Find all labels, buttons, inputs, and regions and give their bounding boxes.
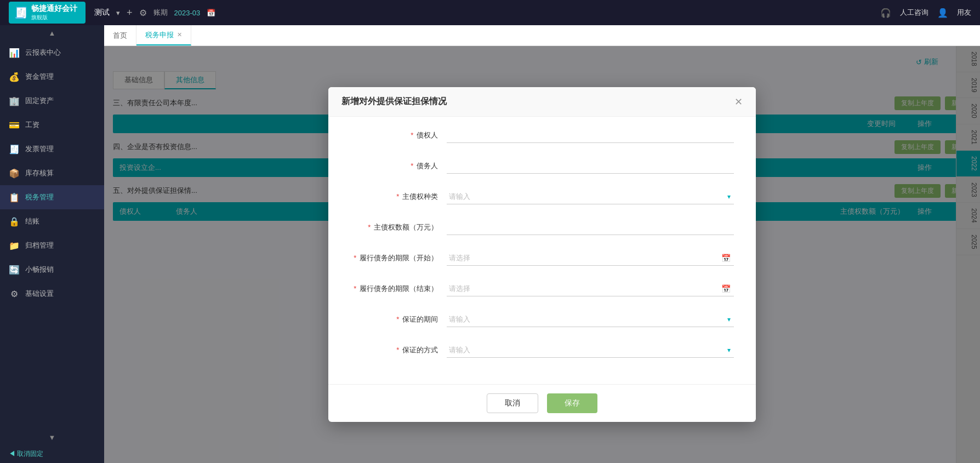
- sidebar-item-tax-mgmt[interactable]: 📋 税务管理: [0, 185, 104, 209]
- tab-tax-report[interactable]: 税务申报 ✕: [136, 25, 191, 45]
- sidebar-item-label-xiao-chang: 小畅报销: [25, 265, 54, 275]
- sidebar-item-label-invoice-mgmt: 发票管理: [25, 144, 54, 154]
- period-start-required-mark: *: [354, 254, 356, 262]
- guarantee-method-select[interactable]: 请输入: [447, 342, 734, 357]
- period-end-date-wrap: 📅: [447, 281, 734, 296]
- debtor-label: * 债务人: [350, 161, 438, 171]
- sidebar-item-fixed-assets[interactable]: 🏢 固定资产: [0, 89, 104, 113]
- inventory-icon: 📦: [9, 168, 20, 179]
- tab-home[interactable]: 首页: [104, 25, 136, 45]
- period-calendar-icon[interactable]: 📅: [207, 9, 215, 17]
- period-start-label: * 履行债务的期限（开始）: [350, 253, 438, 263]
- sidebar-item-label-inventory: 库存核算: [25, 168, 54, 178]
- sidebar-item-archive-mgmt[interactable]: 📁 归档管理: [0, 233, 104, 258]
- guarantee-method-required-mark: *: [396, 346, 399, 354]
- period-value: 2023-03: [174, 9, 201, 17]
- claim-amount-required-mark: *: [368, 223, 371, 231]
- main-content: 首页 税务申报 ✕ ↺ 刷新 基础: [104, 25, 980, 463]
- xiao-chang-icon: 🔄: [9, 264, 20, 275]
- topbar-actions: 🎧 人工咨询 👤 用友: [880, 8, 971, 18]
- sidebar-item-label-closing: 结账: [25, 216, 39, 226]
- sidebar-unpin-btn[interactable]: ◀ 取消固定: [0, 445, 104, 463]
- sidebar-item-label-tax-mgmt: 税务管理: [25, 192, 54, 202]
- fixed-assets-icon: 🏢: [9, 95, 20, 106]
- sidebar-item-closing[interactable]: 🔒 结账: [0, 209, 104, 233]
- creditor-label-text: 债权人: [417, 131, 438, 139]
- claim-amount-label-text: 主债权数额（万元）: [374, 223, 438, 231]
- sidebar-scroll-up[interactable]: ▲: [0, 25, 104, 41]
- sidebar-item-inventory[interactable]: 📦 库存核算: [0, 161, 104, 185]
- add-icon[interactable]: +: [127, 7, 133, 19]
- sidebar-item-xiao-chang[interactable]: 🔄 小畅报销: [0, 258, 104, 282]
- company-chevron-icon[interactable]: ▾: [116, 9, 120, 17]
- company-name: 测试: [94, 8, 110, 18]
- guarantee-method-label: * 保证的方式: [350, 345, 438, 355]
- sidebar-item-fund-mgmt[interactable]: 💰 资金管理: [0, 65, 104, 89]
- debtor-input[interactable]: [447, 158, 734, 174]
- period-start-date-wrap: 📅: [447, 250, 734, 266]
- period-end-label-text: 履行债务的期限（结束）: [360, 284, 438, 293]
- human-service-label[interactable]: 人工咨询: [900, 8, 928, 18]
- logo-text: 畅捷通好会计: [31, 4, 77, 14]
- guarantee-period-select-wrap: 请输入 ▾: [447, 312, 734, 327]
- page-inner: ↺ 刷新 基础信息 其他信息 三、有限责任公司本年度...: [104, 46, 980, 463]
- claim-type-label: * 主债权种类: [350, 192, 438, 202]
- dialog-body: * 债权人 * 债务人: [328, 117, 756, 384]
- creditor-label: * 债权人: [350, 130, 438, 140]
- claim-type-required-mark: *: [396, 192, 399, 201]
- closing-icon: 🔒: [9, 216, 20, 227]
- debtor-required-mark: *: [411, 162, 413, 170]
- sidebar-scroll-down[interactable]: ▼: [0, 430, 104, 445]
- form-row-creditor: * 债权人: [350, 128, 734, 143]
- creditor-required-mark: *: [411, 131, 413, 139]
- form-row-period-start: * 履行债务的期限（开始） 📅: [350, 250, 734, 266]
- dialog-close-button[interactable]: ✕: [734, 97, 743, 107]
- sidebar-item-invoice-mgmt[interactable]: 🧾 发票管理: [0, 137, 104, 161]
- form-row-guarantee-period: * 保证的期间 请输入 ▾: [350, 312, 734, 327]
- guarantee-period-required-mark: *: [396, 315, 399, 323]
- sidebar-item-payroll[interactable]: 💳 工资: [0, 113, 104, 137]
- period-start-input[interactable]: [447, 250, 734, 265]
- settings-icon[interactable]: ⚙: [139, 8, 147, 18]
- logo-sub: 旗舰版: [31, 14, 77, 21]
- claim-type-label-text: 主债权种类: [402, 192, 438, 201]
- tab-close-icon[interactable]: ✕: [177, 31, 182, 38]
- creditor-input[interactable]: [447, 128, 734, 143]
- basic-settings-icon: ⚙: [9, 288, 20, 299]
- sidebar-item-label-cloud-report: 云报表中心: [25, 48, 61, 58]
- payroll-icon: 💳: [9, 119, 20, 130]
- claim-type-select-wrap: 请输入 ▾: [447, 189, 734, 204]
- cancel-button[interactable]: 取消: [487, 393, 538, 413]
- guarantee-period-label-text: 保证的期间: [402, 315, 438, 323]
- guarantee-method-label-text: 保证的方式: [402, 346, 438, 354]
- sidebar-item-label-basic-settings: 基础设置: [25, 289, 54, 299]
- overlay-backdrop: 新增对外提供保证担保情况 ✕ * 债权人: [104, 46, 980, 463]
- claim-type-select[interactable]: 请输入: [447, 189, 734, 204]
- guarantee-method-select-wrap: 请输入 ▾: [447, 342, 734, 358]
- form-row-claim-type: * 主债权种类 请输入 ▾: [350, 189, 734, 204]
- claim-amount-input[interactable]: [447, 220, 734, 235]
- tab-home-label: 首页: [113, 31, 127, 41]
- guarantee-period-label: * 保证的期间: [350, 315, 438, 324]
- debtor-input-wrap: [447, 158, 734, 174]
- dialog: 新增对外提供保证担保情况 ✕ * 债权人: [328, 87, 756, 422]
- archive-mgmt-icon: 📁: [9, 240, 20, 251]
- form-row-guarantee-method: * 保证的方式 请输入 ▾: [350, 342, 734, 358]
- guarantee-period-select[interactable]: 请输入: [447, 312, 734, 327]
- topbar-center: 测试 ▾ + ⚙ 账期 2023-03 📅: [94, 7, 871, 19]
- sidebar-item-cloud-report[interactable]: 📊 云报表中心: [0, 41, 104, 65]
- tabbar: 首页 税务申报 ✕: [104, 25, 980, 46]
- sidebar-item-label-fixed-assets: 固定资产: [25, 96, 54, 106]
- fund-mgmt-icon: 💰: [9, 71, 20, 82]
- user-label[interactable]: 用友: [957, 8, 971, 18]
- form-row-claim-amount: * 主债权数额（万元）: [350, 220, 734, 235]
- claim-amount-label: * 主债权数额（万元）: [350, 222, 438, 232]
- sidebar-item-label-fund-mgmt: 资金管理: [25, 72, 54, 82]
- main-layout: ▲ 📊 云报表中心 💰 资金管理 🏢 固定资产 💳 工资 🧾 发票管理: [0, 25, 980, 463]
- form-row-period-end: * 履行债务的期限（结束） 📅: [350, 281, 734, 296]
- period-end-input[interactable]: [447, 281, 734, 296]
- period-label: 账期: [153, 8, 168, 18]
- save-button[interactable]: 保存: [547, 393, 597, 413]
- sidebar-item-basic-settings[interactable]: ⚙ 基础设置: [0, 282, 104, 306]
- period-start-label-text: 履行债务的期限（开始）: [360, 254, 438, 262]
